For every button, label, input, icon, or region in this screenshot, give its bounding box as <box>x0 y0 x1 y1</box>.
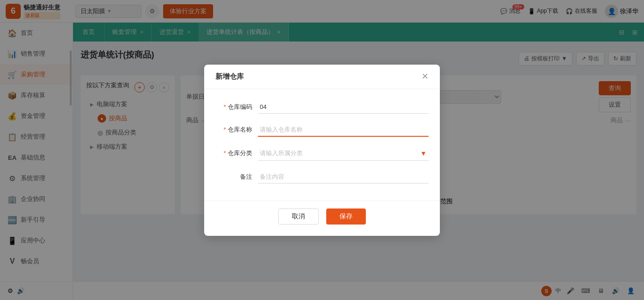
warehouse-code-input[interactable] <box>258 100 429 114</box>
warehouse-code-row: * 仓库编码 <box>215 100 429 114</box>
warehouse-category-select[interactable]: 请输入所属分类 ▼ <box>258 146 429 161</box>
warehouse-remark-row: 备注 <box>215 170 429 183</box>
required-mark: * <box>223 103 226 110</box>
modal-header: 新增仓库 ✕ <box>204 65 440 89</box>
add-warehouse-modal: 新增仓库 ✕ * 仓库编码 * 仓库名称 <box>204 65 440 236</box>
category-label: * 仓库分类 <box>215 149 258 158</box>
cancel-button[interactable]: 取消 <box>278 208 319 225</box>
modal-overlay: 新增仓库 ✕ * 仓库编码 * 仓库名称 <box>0 0 644 300</box>
code-label: * 仓库编码 <box>215 103 258 111</box>
required-mark3: * <box>223 150 226 157</box>
category-placeholder: 请输入所属分类 <box>260 149 420 158</box>
warehouse-remark-input[interactable] <box>258 170 429 183</box>
save-button[interactable]: 保存 <box>326 208 366 225</box>
category-dropdown-icon: ▼ <box>420 150 427 157</box>
modal-close-button[interactable]: ✕ <box>421 72 429 81</box>
warehouse-name-row: * 仓库名称 <box>215 123 429 137</box>
modal-footer: 取消 保存 <box>204 200 440 236</box>
warehouse-name-input[interactable] <box>258 123 429 137</box>
modal-title: 新增仓库 <box>215 72 244 81</box>
remark-label: 备注 <box>215 173 258 181</box>
warehouse-category-row: * 仓库分类 请输入所属分类 ▼ <box>215 146 429 161</box>
modal-body: * 仓库编码 * 仓库名称 * 仓库分类 请输入所属 <box>204 89 440 200</box>
name-label: * 仓库名称 <box>215 125 258 134</box>
required-mark2: * <box>223 126 226 133</box>
